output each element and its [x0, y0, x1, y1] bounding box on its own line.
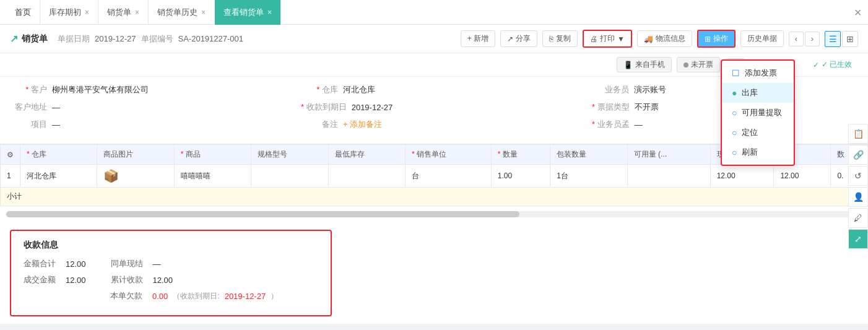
phone-icon: 📱 [623, 61, 633, 69]
effective-btn[interactable]: ✓ ✓ 已生效 [807, 58, 858, 72]
row-product-image: 📦 [97, 165, 174, 188]
print-icon: 🖨 [590, 35, 597, 43]
same-order-settlement-field: 同单现结 — [111, 258, 161, 269]
window-close-button[interactable]: ✕ [854, 6, 862, 18]
col-unit: * 销售单位 [405, 145, 491, 165]
doc-header: ↗ 销货单 单据日期 2019-12-27 单据编号 SA-20191227-0… [0, 25, 868, 53]
print-button[interactable]: 🖨 打印 ▼ [583, 30, 632, 48]
tab-inventory-init[interactable]: 库存期初 × [40, 0, 98, 25]
nav-prev[interactable]: ‹ [789, 32, 804, 46]
dropdown-locate[interactable]: ○ 定位 [722, 123, 794, 142]
receipt-row-2: 成交金额 12.00 累计收款 12.00 [24, 274, 318, 285]
tab-close-view[interactable]: × [267, 8, 272, 17]
payment-date-field: 收款到期日 2019-12-27 [301, 102, 567, 113]
doc-header-right: + 新增 ↗ 分享 ⎘ 复制 🖨 打印 ▼ 🚚 物流信息 ⊞ 操作 历史单据 ‹… [461, 30, 858, 48]
row-available [627, 165, 710, 188]
warehouse-field: 仓库 河北仓库 [301, 84, 567, 95]
col-available: 可用量 (... [627, 145, 710, 165]
effective-check-icon: ✓ [813, 61, 819, 69]
dropdown-outbound[interactable]: ● 出库 [722, 83, 794, 103]
right-tool-clipboard[interactable]: 📋 [848, 124, 868, 144]
address-field: 客户地址 — [10, 102, 276, 113]
subtotal-label: 小计 [1, 188, 868, 206]
col-min-stock: 最低库存 [328, 145, 405, 165]
right-tool-edit[interactable]: 🖊 [848, 208, 868, 228]
horizontal-scrollbar[interactable] [6, 211, 862, 217]
nav-arrows: ‹ › [789, 32, 820, 46]
tab-close-history[interactable]: × [201, 8, 206, 17]
right-tool-user[interactable]: 👤 [848, 187, 868, 207]
truck-icon: 🚚 [644, 35, 653, 43]
doc-title: ↗ 销货单 [10, 33, 48, 45]
operations-button[interactable]: ⊞ 操作 [697, 30, 736, 48]
col-model: 规格型号 [251, 145, 328, 165]
row-package-qty: 1台 [550, 165, 627, 188]
order-debt-field: 本单欠款 0.00 （收款到期日: 2019-12-27 ） [110, 290, 278, 302]
add-note-link[interactable]: + 添加备注 [343, 119, 382, 130]
tab-sales-order[interactable]: 销货单 × [98, 0, 149, 25]
copy-icon: ⎘ [549, 35, 553, 43]
subtotal-row: 小计 [1, 188, 868, 206]
share-button[interactable]: ↗ 分享 [500, 30, 537, 47]
nav-next[interactable]: › [805, 32, 820, 46]
col-settings: ⚙ [1, 145, 20, 165]
col-product: * 商品 [174, 145, 251, 165]
not-open-btn[interactable]: 未开票 [677, 57, 720, 72]
row-unit: 台 [405, 165, 491, 188]
tab-home[interactable]: 首页 [6, 0, 40, 25]
project-field: 项目 — [10, 119, 276, 130]
receipt-row-3: 本单欠款 0.00 （收款到期日: 2019-12-27 ） [24, 290, 318, 302]
new-button[interactable]: + 新增 [461, 30, 495, 47]
status-dot-gray [684, 63, 688, 67]
row-model [251, 165, 328, 188]
col-package-qty: 包装数量 [550, 145, 627, 165]
pickup-icon: ○ [732, 108, 737, 118]
dropdown-add-invoice[interactable]: ☐ 添加发票 [722, 63, 794, 83]
total-amount-field: 金额合计 12.00 [24, 258, 86, 269]
tab-close-inventory[interactable]: × [85, 8, 89, 17]
right-tool-link[interactable]: 🔗 [848, 145, 868, 165]
copy-button[interactable]: ⎘ 复制 [542, 30, 578, 47]
right-tool-refresh[interactable]: ↺ [848, 166, 868, 186]
doc-header-left: ↗ 销货单 单据日期 2019-12-27 单据编号 SA-20191227-0… [10, 33, 243, 45]
logistics-button[interactable]: 🚚 物流信息 [637, 30, 692, 47]
receipt-info-title: 收款信息 [24, 240, 318, 251]
view-toggle: ☰ ⊞ [825, 31, 858, 47]
from-phone-btn[interactable]: 📱 来自手机 [617, 57, 672, 72]
view-grid-btn[interactable]: ⊞ [842, 31, 858, 47]
row-num: 1 [1, 165, 20, 188]
row-min-stock [328, 165, 405, 188]
customer-field: 客户 柳州粤港平安气体有限公司 [10, 84, 276, 95]
receipt-row-1: 金额合计 12.00 同单现结 — [24, 258, 318, 269]
invoice-icon: ☐ [732, 68, 740, 78]
row-product: 嘻嘻嘻嘻 [174, 165, 251, 188]
tab-close-sales[interactable]: × [135, 8, 139, 17]
print-dropdown-arrow: ▼ [617, 35, 625, 43]
col-product-image: 商品图片 [97, 145, 174, 165]
table-row: 1 河北仓库 📦 嘻嘻嘻嘻 台 1.00 1台 12.00 12.00 0. [1, 165, 868, 188]
right-tools: 📋 🔗 ↺ 👤 🖊 ⤢ [848, 124, 868, 249]
note-field: 备注 + 添加备注 [301, 119, 567, 130]
tab-bar: 首页 库存期初 × 销货单 × 销货单历史 × 查看销货单 × ✕ [0, 0, 868, 25]
history-button[interactable]: 历史单据 [740, 30, 784, 47]
col-quantity: * 数量 [491, 145, 550, 165]
share-icon: ↗ [507, 35, 513, 43]
operations-dropdown: ☐ 添加发票 ● 出库 ○ 可用量提取 ○ 定位 ○ 刷新 [721, 59, 795, 166]
sales-icon: ↗ [10, 33, 18, 45]
cumulative-receipts-field: 累计收款 12.00 [111, 274, 173, 285]
row-current-stock: 12.00 [710, 165, 774, 188]
transaction-amount-field: 成交金额 12.00 [24, 274, 86, 285]
tab-view-sales[interactable]: 查看销货单 × [215, 0, 281, 25]
receipt-info: 收款信息 金额合计 12.00 同单现结 — 成交金额 12.00 累计收款 1… [10, 230, 332, 316]
view-list-btn[interactable]: ☰ [825, 31, 841, 47]
dropdown-available-pickup[interactable]: ○ 可用量提取 [722, 103, 794, 123]
row-warehouse: 河北仓库 [20, 165, 97, 188]
tab-sales-history[interactable]: 销货单历史 × [149, 0, 215, 25]
col-warehouse: * 仓库 [20, 145, 97, 165]
grid-icon: ⊞ [705, 35, 711, 43]
outbound-icon: ● [732, 88, 737, 98]
right-tool-expand[interactable]: ⤢ [848, 229, 868, 249]
dropdown-refresh[interactable]: ○ 刷新 [722, 142, 794, 162]
doc-meta: 单据日期 2019-12-27 单据编号 SA-20191227-001 [58, 33, 243, 45]
row-quantity: 1.00 [491, 165, 550, 188]
